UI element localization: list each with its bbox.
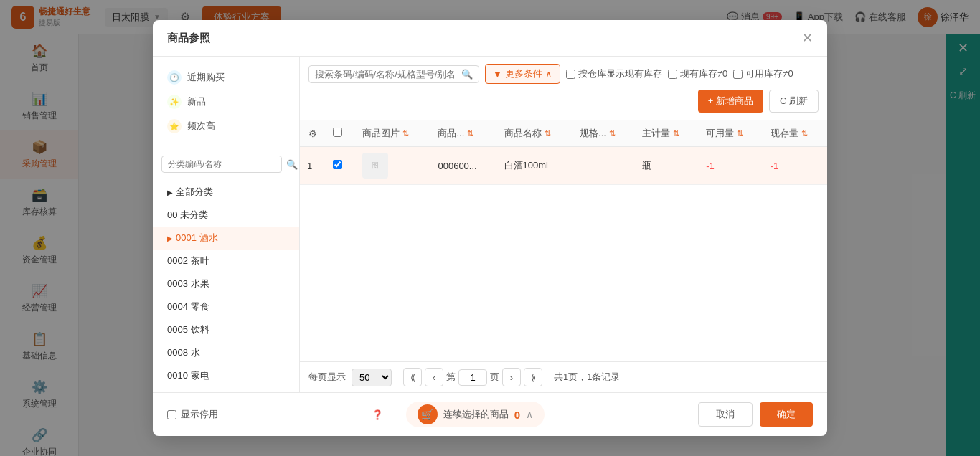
modal-title: 商品参照: [167, 32, 210, 45]
th-code[interactable]: 商品... ⇅: [430, 120, 496, 147]
category-item-0004[interactable]: 0004 零食: [153, 295, 299, 318]
cart-count: 0: [514, 409, 520, 421]
th-checkbox: [326, 120, 355, 147]
checkbox-stock-ne0-label: 现有库存≠0: [680, 67, 727, 80]
cancel-btn[interactable]: 取消: [698, 402, 753, 427]
th-unit[interactable]: 主计量 ⇅: [635, 120, 699, 147]
th-spec-label: 规格...: [580, 127, 606, 140]
filter-label: 更多条件: [505, 67, 542, 80]
th-available-label: 可用量: [706, 127, 734, 140]
prev-page-btn[interactable]: ‹: [425, 368, 443, 386]
freq-icon: ⭐: [167, 119, 182, 133]
right-panel: 🔍 ▼ 更多条件 ∧ 按仓库显示现有库存 现有库存≠0: [300, 57, 827, 392]
category-item-0001[interactable]: ▶ 0001 酒水: [153, 227, 299, 250]
recent-label: 近期购买: [187, 71, 225, 84]
arrow-icon-all: ▶: [167, 189, 173, 196]
category-search-icon[interactable]: 🔍: [286, 159, 298, 170]
th-settings: ⚙: [300, 120, 326, 147]
th-code-sort-icon: ⇅: [467, 129, 473, 138]
select-all-checkbox[interactable]: [333, 128, 342, 137]
th-available[interactable]: 可用量 ⇅: [699, 120, 763, 147]
checkbox-stock-ne0-input[interactable]: [668, 70, 677, 79]
product-table: ⚙ 商品图片 ⇅: [300, 120, 827, 185]
category-search-row: 🔍 《: [153, 151, 299, 178]
freq-label: 频次高: [187, 120, 215, 133]
category-item-all[interactable]: ▶ 全部分类: [153, 181, 299, 204]
cell-checkbox[interactable]: [326, 147, 355, 185]
per-page-label: 每页显示: [308, 371, 346, 384]
next-page-btn[interactable]: ›: [502, 368, 521, 386]
modal-close-icon[interactable]: ✕: [802, 30, 813, 46]
cell-spec: [573, 147, 635, 185]
cell-stock: -1: [763, 147, 827, 185]
modal-overlay: 商品参照 ✕ 🕐 近期购买 ✨ 新品 ⭐ 频次高: [0, 0, 980, 456]
add-product-btn[interactable]: + 新增商品: [698, 90, 763, 113]
checkbox-available-ne0[interactable]: 可用库存≠0: [733, 67, 793, 80]
row-checkbox[interactable]: [333, 160, 342, 169]
show-disabled-input[interactable]: [167, 410, 176, 419]
table-footer: 每页显示 10 20 50 100 ⟪ ‹ 第 页 › ⟫: [300, 361, 827, 392]
cell-unit: 瓶: [635, 147, 699, 185]
checkbox-warehouse-input[interactable]: [566, 70, 575, 79]
cell-code: 000600...: [430, 147, 496, 185]
page-input[interactable]: [458, 369, 487, 386]
cell-img: 图: [355, 147, 431, 185]
modal-bottom: 显示停用 ❓ 🛒 连续选择的商品 0 ∧ 取消 确定: [153, 392, 827, 436]
new-label: 新品: [187, 95, 206, 108]
per-page-select[interactable]: 10 20 50 100: [352, 369, 392, 386]
refresh-btn[interactable]: C 刷新: [769, 90, 819, 113]
help-icon[interactable]: ❓: [372, 409, 383, 420]
th-name-sort-icon: ⇅: [545, 129, 551, 138]
category-search-input[interactable]: [161, 156, 282, 173]
filter-icon: ▼: [493, 69, 502, 80]
category-item-0002[interactable]: 0002 茶叶: [153, 250, 299, 272]
cell-available: -1: [699, 147, 763, 185]
show-disabled-checkbox[interactable]: 显示停用: [167, 408, 218, 421]
new-icon: ✨: [167, 95, 182, 109]
cell-num: 1: [300, 147, 326, 185]
quick-action-recent[interactable]: 🕐 近期购买: [161, 65, 291, 90]
total-info: 共1页，1条记录: [554, 371, 620, 384]
th-stock-label: 现存量: [771, 127, 798, 140]
cart-area: 🛒 连续选择的商品 0 ∧: [406, 402, 545, 427]
table-row[interactable]: 1 图 000600... 白酒100ml 瓶: [300, 147, 827, 185]
checkbox-stock-ne0[interactable]: 现有库存≠0: [668, 67, 727, 80]
quick-actions: 🕐 近期购买 ✨ 新品 ⭐ 频次高: [153, 62, 299, 141]
settings-col-icon[interactable]: ⚙: [308, 128, 317, 139]
last-page-btn[interactable]: ⟫: [524, 368, 542, 386]
quick-action-new[interactable]: ✨ 新品: [161, 90, 291, 114]
th-img-sort-icon: ⇅: [402, 129, 409, 138]
checkbox-available-ne0-input[interactable]: [733, 70, 743, 79]
search-icon[interactable]: 🔍: [461, 69, 473, 80]
category-label-0003: 0003 水果: [167, 277, 209, 290]
cart-collapse-icon[interactable]: ∧: [526, 409, 533, 420]
category-list: ▶ 全部分类 00 未分类 ▶ 0001 酒水 0002 茶叶 0003 水果: [153, 178, 299, 386]
th-spec[interactable]: 规格... ⇅: [573, 120, 635, 147]
category-item-0005[interactable]: 0005 饮料: [153, 318, 299, 341]
modal-actions: 取消 确定: [698, 402, 813, 427]
product-table-wrap: ⚙ 商品图片 ⇅: [300, 120, 827, 361]
quick-action-freq[interactable]: ⭐ 频次高: [161, 114, 291, 138]
checkbox-warehouse[interactable]: 按仓库显示现有库存: [566, 67, 662, 80]
category-label-0001: 0001 酒水: [176, 232, 218, 244]
page-label: 第: [446, 371, 456, 384]
confirm-btn[interactable]: 确定: [760, 402, 813, 427]
category-item-0003[interactable]: 0003 水果: [153, 272, 299, 295]
category-item-0010[interactable]: 0010 家电: [153, 364, 299, 386]
product-search-input[interactable]: [315, 69, 458, 80]
th-name-label: 商品名称: [504, 127, 542, 140]
cart-icon[interactable]: 🛒: [418, 404, 438, 424]
th-stock[interactable]: 现存量 ⇅: [763, 120, 827, 147]
first-page-btn[interactable]: ⟪: [403, 368, 422, 386]
th-img: 商品图片 ⇅: [355, 120, 431, 147]
table-header-row: ⚙ 商品图片 ⇅: [300, 120, 827, 147]
category-item-00[interactable]: 00 未分类: [153, 204, 299, 227]
th-spec-sort-icon: ⇅: [609, 129, 616, 138]
filter-btn[interactable]: ▼ 更多条件 ∧: [485, 64, 560, 84]
filter-arrow: ∧: [545, 69, 552, 80]
category-label-0010: 0010 家电: [167, 369, 209, 382]
category-item-0008[interactable]: 0008 水: [153, 341, 299, 364]
th-name[interactable]: 商品名称 ⇅: [497, 120, 573, 147]
arrow-icon-0001: ▶: [167, 234, 173, 242]
category-label-00: 00 未分类: [167, 209, 208, 222]
